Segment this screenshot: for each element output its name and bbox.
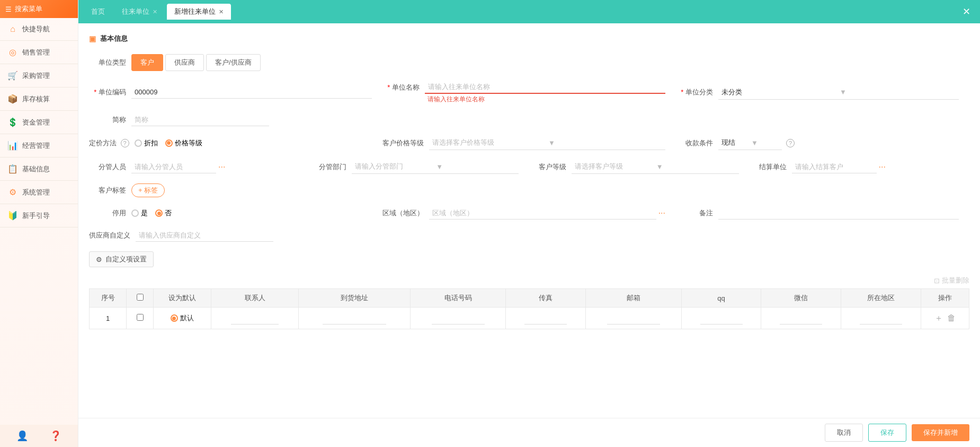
unit-name-label: * 单位名称	[382, 83, 425, 92]
add-row-btn[interactable]: ＋	[934, 313, 943, 324]
add-tag-button[interactable]: + 标签	[131, 183, 165, 197]
row-check[interactable]	[127, 308, 154, 329]
disable-group: 停用 是 否	[89, 207, 382, 220]
sales-icon: ◎	[7, 47, 18, 57]
tab-new-counterparty-close[interactable]: ✕	[219, 8, 224, 15]
sidebar-item-basics[interactable]: 📋 基础信息	[0, 157, 78, 181]
col-check[interactable]	[127, 289, 154, 308]
manager-input[interactable]	[131, 161, 216, 173]
disable-yes[interactable]: 是	[131, 208, 148, 218]
sidebar-item-sales[interactable]: ◎ 销售管理	[0, 41, 78, 64]
table-row: 1 默认	[90, 308, 969, 329]
close-all-tabs[interactable]: ✕	[958, 4, 975, 20]
section-title: 基本信息	[100, 34, 128, 43]
sidebar-user-icon[interactable]: 👤	[16, 430, 28, 442]
disable-no[interactable]: 否	[155, 208, 172, 218]
chevron-down-icon2: ▼	[548, 139, 662, 147]
customer-level-select[interactable]: 请选择客户等级 ▼	[572, 160, 739, 174]
address-input[interactable]	[323, 312, 386, 325]
col-qq: qq	[681, 289, 761, 308]
pricing-radio-group: 折扣 价格等级	[135, 138, 372, 148]
pricing-discount[interactable]: 折扣	[135, 138, 158, 148]
save-new-button[interactable]: 保存并新增	[912, 424, 969, 441]
cancel-button[interactable]: 取消	[825, 424, 863, 442]
unit-category-select[interactable]: 未分类 ▼	[718, 85, 959, 100]
footer-bar: 取消 保存 保存并新增	[78, 418, 980, 447]
col-region: 所在地区	[841, 289, 921, 308]
supplier-custom-input[interactable]	[136, 229, 273, 242]
col-fax: 传真	[506, 289, 586, 308]
batch-delete-label[interactable]: 批量删除	[942, 276, 969, 285]
remark-input[interactable]	[718, 207, 959, 220]
custom-settings-button[interactable]: ⚙ 自定义项设置	[89, 251, 154, 267]
chevron-down-icon4: ▼	[436, 163, 515, 171]
unit-type-both[interactable]: 客户/供应商	[206, 54, 261, 71]
discount-label: 折扣	[144, 138, 158, 148]
sidebar-item-label: 新手引导	[22, 211, 50, 221]
payment-select[interactable]: 现结 ▼	[718, 136, 782, 150]
tab-new-counterparty[interactable]: 新增往来单位 ✕	[167, 4, 231, 20]
dept-select[interactable]: 请输入分管部门 ▼	[352, 160, 519, 174]
customer-level-label: 客户等级	[529, 162, 572, 172]
sidebar-item-label: 快捷导航	[22, 24, 50, 34]
tag-label: 客户标签	[89, 186, 131, 195]
save-button[interactable]: 保存	[868, 424, 906, 442]
customer-price-select[interactable]: 请选择客户价格等级 ▼	[429, 136, 665, 150]
col-actions: 操作	[921, 289, 969, 308]
manager-more-btn[interactable]: ···	[218, 162, 225, 172]
sidebar-item-guide[interactable]: 🔰 新手引导	[0, 204, 78, 227]
sidebar-item-inventory[interactable]: 📦 库存核算	[0, 87, 78, 111]
delete-row-btn[interactable]: 🗑	[947, 313, 956, 323]
wechat-input[interactable]	[780, 312, 822, 325]
tab-home[interactable]: 首页	[84, 4, 112, 20]
phone-input[interactable]	[432, 312, 485, 325]
row-region[interactable]	[841, 308, 921, 329]
sidebar-help-icon[interactable]: ❓	[50, 430, 61, 442]
sidebar-item-operations[interactable]: 📊 经营管理	[0, 134, 78, 157]
email-input[interactable]	[607, 312, 660, 325]
abbr-input[interactable]	[131, 113, 269, 126]
tab-counterparty[interactable]: 往来单位 ✕	[114, 4, 165, 20]
unit-type-customer[interactable]: 客户	[131, 54, 163, 71]
region-col-input[interactable]	[860, 312, 902, 325]
pricing-hint-icon[interactable]: ?	[121, 139, 129, 147]
fax-input[interactable]	[524, 312, 567, 325]
contact-input[interactable]	[231, 312, 279, 325]
unit-type-supplier[interactable]: 供应商	[165, 54, 204, 71]
disable-no-radio	[155, 209, 163, 217]
unit-code-input[interactable]	[131, 86, 372, 99]
section-icon: ▣	[89, 34, 96, 43]
region-input[interactable]	[429, 207, 656, 220]
main-area: 首页 往来单位 ✕ 新增往来单位 ✕ ✕ ▣ 基本信息 单位类型 客户 供应商 …	[78, 0, 980, 447]
customer-level-group: 客户等级 请选择客户等级 ▼	[529, 160, 750, 174]
tab-counterparty-close[interactable]: ✕	[153, 8, 157, 15]
chevron-down-icon: ▼	[840, 88, 956, 96]
settlement-input[interactable]	[792, 161, 877, 173]
settlement-group: 结算单位 ···	[750, 160, 970, 174]
row-address[interactable]	[299, 308, 410, 329]
row-phone[interactable]	[410, 308, 506, 329]
unit-name-input[interactable]	[425, 81, 665, 94]
sidebar-item-finance[interactable]: 💲 资金管理	[0, 111, 78, 134]
settlement-more-btn[interactable]: ···	[879, 162, 886, 172]
manager-label: 分管人员	[89, 162, 131, 172]
row-wechat[interactable]	[761, 308, 841, 329]
sidebar-item-purchase[interactable]: 🛒 采购管理	[0, 64, 78, 87]
row-default-radio[interactable]: 默认	[159, 313, 206, 323]
sidebar-item-system[interactable]: ⚙ 系统管理	[0, 181, 78, 204]
qq-input[interactable]	[700, 312, 743, 325]
customer-price-group: 客户价格等级 请选择客户价格等级 ▼	[382, 136, 676, 150]
row-qq[interactable]	[681, 308, 761, 329]
payment-hint-icon[interactable]: ?	[786, 139, 795, 147]
row-fax[interactable]	[506, 308, 586, 329]
row-email[interactable]	[586, 308, 682, 329]
sidebar-item-quick-nav[interactable]: ⌂ 快捷导航	[0, 18, 78, 41]
row-default: 默认	[153, 308, 211, 329]
row-checkbox[interactable]	[137, 314, 144, 321]
row-contact[interactable]	[211, 308, 299, 329]
sidebar-search[interactable]: ☰ 搜索菜单	[0, 0, 78, 18]
customer-level-placeholder: 请选择客户等级	[575, 162, 654, 171]
select-all-checkbox[interactable]	[137, 294, 144, 301]
pricing-price-level[interactable]: 价格等级	[165, 138, 202, 148]
region-more-btn[interactable]: ···	[658, 208, 665, 218]
